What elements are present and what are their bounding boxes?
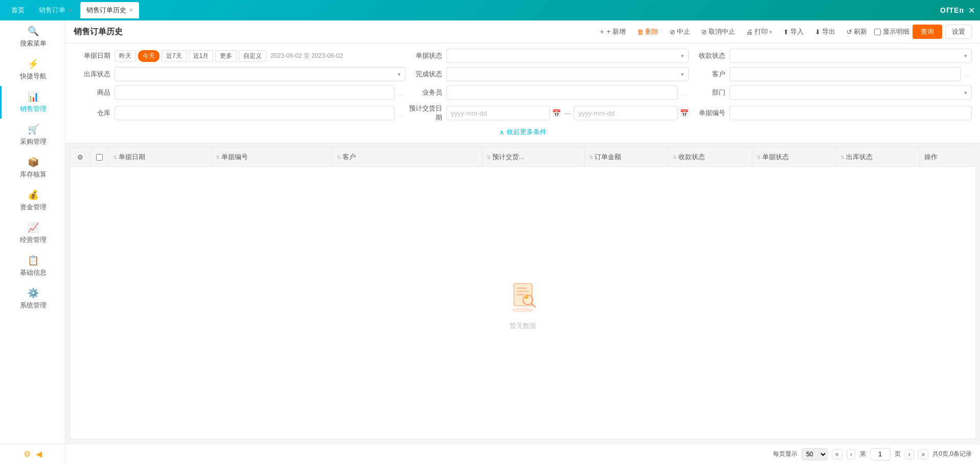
sidebar-item-inventory[interactable]: 📦 库存核算 — [0, 151, 65, 184]
sidebar-item-inventory-label: 库存核算 — [20, 170, 47, 179]
collapse-arrow-icon: ∧ — [499, 128, 505, 136]
top-bar-right: OfTEn ✕ — [940, 6, 975, 15]
order-no-label: 单据编号 — [689, 108, 730, 118]
customer-input[interactable] — [730, 67, 961, 81]
date-btn-more[interactable]: 更多 — [215, 50, 237, 62]
th-recv-status[interactable]: ⇅ 收款状态 — [669, 148, 753, 166]
th-config[interactable]: ⚙ — [70, 148, 90, 166]
new-button[interactable]: ＋ + 新增 — [595, 25, 630, 38]
tab-home[interactable]: 首页 — [5, 4, 31, 17]
first-page-button[interactable]: « — [832, 449, 842, 459]
query-button[interactable]: 查询 — [913, 25, 942, 39]
setting-button[interactable]: 设置 — [945, 25, 972, 39]
warehouse-dots[interactable]: ... — [396, 109, 405, 117]
complete-status-select[interactable]: ▾ — [446, 67, 689, 81]
prev-page-button[interactable]: ‹ — [847, 449, 856, 459]
page-input[interactable]: 1 — [870, 448, 891, 460]
export-icon: ⬇ — [815, 28, 821, 36]
filter-row-4: 仓库 ... 预计交货日期 📅 — 📅 单据编号 — [74, 104, 972, 122]
dept-arrow-icon: ▾ — [964, 90, 967, 96]
sidebar-item-sys[interactable]: ⚙️ 系统管理 — [0, 282, 65, 315]
th-customer-label: 客户 — [343, 152, 356, 162]
recv-status-select[interactable]: ▾ — [730, 49, 972, 63]
calendar-end-icon[interactable]: 📅 — [680, 109, 689, 117]
product-dots[interactable]: ... — [396, 89, 405, 97]
collapse-bar[interactable]: ∧ 收起更多条件 — [74, 126, 972, 138]
select-all-checkbox[interactable] — [96, 154, 103, 161]
sidebar-item-quick-nav[interactable]: ⚡ 快捷导航 — [0, 53, 65, 86]
import-button[interactable]: ⬆ 导入 — [779, 25, 808, 38]
tab-sales-order-close[interactable]: × — [69, 7, 72, 14]
order-no-input[interactable] — [730, 106, 972, 120]
th-no[interactable]: ⇅ 单据编号 — [212, 148, 333, 166]
search-menu-icon: 🔍 — [28, 26, 39, 37]
export-button[interactable]: ⬇ 导出 — [811, 25, 839, 38]
page-size-select[interactable]: 50 10 20 100 — [802, 448, 828, 460]
product-input[interactable] — [115, 85, 395, 100]
warehouse-input[interactable] — [115, 106, 395, 120]
last-page-button[interactable]: » — [918, 449, 929, 459]
date-btn-custom[interactable]: 自定义 — [239, 50, 266, 62]
calendar-start-icon[interactable]: 📅 — [552, 109, 561, 117]
page-title: 销售订单历史 — [74, 27, 123, 37]
print-button[interactable]: 🖨 打印 ▾ — [742, 25, 776, 38]
sidebar-settings-icon[interactable]: ⚙ — [24, 449, 31, 459]
sidebar-item-ops[interactable]: 📈 经营管理 — [0, 217, 65, 250]
tab-sales-order[interactable]: 销售订单 × — [33, 2, 78, 18]
expected-delivery-end[interactable] — [574, 106, 678, 120]
salesperson-dots[interactable]: ... — [679, 89, 689, 97]
dept-select[interactable]: ▾ — [730, 85, 972, 100]
th-date[interactable]: ⇅ 单据日期 — [109, 148, 212, 166]
order-status-select[interactable]: ▾ — [446, 49, 689, 63]
delete-label: 删除 — [645, 27, 658, 36]
sort-date-icon: ⇅ — [113, 154, 117, 160]
sort-recv-icon: ⇅ — [673, 154, 677, 160]
sidebar-item-search[interactable]: 🔍 搜索菜单 — [0, 20, 65, 53]
th-out-status[interactable]: ⇅ 出库状态 — [836, 148, 920, 166]
delete-button[interactable]: 🗑 删除 — [633, 25, 663, 38]
th-no-label: 单据编号 — [221, 152, 248, 162]
sidebar-collapse-icon[interactable]: ◀ — [36, 449, 42, 459]
th-order-status-label: 单据状态 — [762, 152, 789, 162]
table-area: ⚙ ⇅ 单据日期 ⇅ 单据编号 ⇅ 客户 ⇅ — [70, 147, 976, 439]
th-date-label: 单据日期 — [119, 152, 145, 162]
sidebar-item-capital[interactable]: 💰 资金管理 — [0, 184, 65, 217]
expected-delivery-start[interactable] — [446, 106, 551, 120]
recv-status-arrow-icon: ▾ — [964, 53, 967, 59]
close-window-button[interactable]: ✕ — [968, 6, 975, 15]
date-btn-last1m[interactable]: 近1月 — [189, 50, 214, 62]
next-page-button[interactable]: › — [905, 449, 914, 459]
sidebar-item-sales[interactable]: 📊 销售管理 — [0, 86, 65, 119]
svg-point-0 — [511, 307, 534, 313]
delete-icon: 🗑 — [637, 28, 644, 36]
sidebar-item-basic[interactable]: 📋 基础信息 — [0, 250, 65, 282]
th-customer[interactable]: ⇅ 客户 — [333, 148, 483, 166]
cancel-stop-button[interactable]: ⊘ 取消中止 — [697, 25, 739, 38]
date-btn-last7[interactable]: 近7天 — [162, 50, 187, 62]
svg-rect-4 — [516, 294, 525, 295]
th-amount[interactable]: ⇅ 订单金额 — [585, 148, 669, 166]
sidebar-item-purchase-label: 采购管理 — [20, 137, 47, 146]
customer-dots[interactable]: ... — [962, 71, 972, 78]
toolbar: ＋ + 新增 🗑 删除 ⊘ 中止 ⊘ 取消中止 🖨 打印 — [595, 25, 972, 39]
export-label: 导出 — [822, 27, 835, 36]
th-order-status[interactable]: ⇅ 单据状态 — [753, 148, 836, 166]
sidebar: 🔍 搜索菜单 ⚡ 快捷导航 📊 销售管理 🛒 采购管理 📦 库存核算 💰 资金管… — [0, 20, 65, 464]
refresh-button[interactable]: ↺ 刷新 — [842, 25, 871, 38]
display-detail-checkbox[interactable] — [874, 29, 881, 35]
display-detail-label: 显示明细 — [883, 27, 909, 36]
salesperson-input[interactable] — [446, 85, 678, 100]
date-btn-yesterday[interactable]: 昨天 — [115, 50, 136, 62]
sidebar-item-ops-label: 经营管理 — [20, 235, 47, 245]
date-btn-today[interactable]: 今天 — [138, 50, 159, 62]
out-status-select[interactable]: ▾ — [115, 67, 405, 81]
sidebar-item-purchase[interactable]: 🛒 采购管理 — [0, 119, 65, 151]
print-icon: 🖨 — [746, 28, 753, 36]
cancel-stop-label: 取消中止 — [709, 27, 735, 36]
th-delivery[interactable]: ⇅ 预计交货... — [483, 148, 585, 166]
sales-mgmt-icon: 📊 — [28, 91, 39, 102]
tab-sales-order-history-close[interactable]: × — [129, 7, 133, 14]
th-check[interactable] — [90, 148, 109, 166]
tab-sales-order-history[interactable]: 销售订单历史 × — [80, 2, 139, 18]
stop-button[interactable]: ⊘ 中止 — [666, 25, 694, 38]
